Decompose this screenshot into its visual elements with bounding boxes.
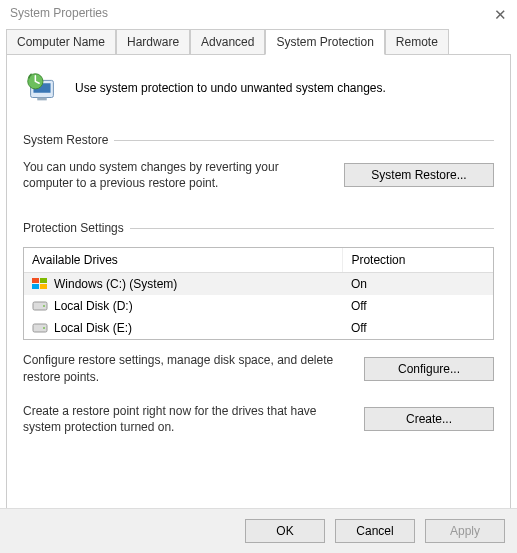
create-button[interactable]: Create... xyxy=(364,407,494,431)
divider xyxy=(114,140,494,141)
col-header-protection[interactable]: Protection xyxy=(343,248,493,273)
drive-protection: On xyxy=(343,273,493,296)
table-row[interactable]: Local Disk (D:) Off xyxy=(24,295,493,317)
configure-button[interactable]: Configure... xyxy=(364,357,494,381)
drives-table: Available Drives Protection Windows (C:)… xyxy=(23,247,494,340)
tab-strip: Computer Name Hardware Advanced System P… xyxy=(0,29,517,55)
create-desc: Create a restore point right now for the… xyxy=(23,403,352,435)
ok-button[interactable]: OK xyxy=(245,519,325,543)
svg-point-11 xyxy=(43,327,45,329)
window-title: System Properties xyxy=(10,6,108,24)
tab-computer-name[interactable]: Computer Name xyxy=(6,29,116,55)
system-protection-icon xyxy=(23,69,61,107)
svg-rect-7 xyxy=(40,284,47,289)
svg-rect-6 xyxy=(32,284,39,289)
drive-name: Local Disk (D:) xyxy=(54,299,133,313)
svg-point-9 xyxy=(43,305,45,307)
svg-rect-5 xyxy=(40,278,47,283)
system-restore-desc: You can undo system changes by reverting… xyxy=(23,159,332,191)
close-icon[interactable]: ✕ xyxy=(494,6,507,24)
dialog-footer: OK Cancel Apply xyxy=(0,508,517,553)
disk-drive-icon xyxy=(32,322,48,334)
tab-advanced[interactable]: Advanced xyxy=(190,29,265,55)
svg-rect-2 xyxy=(37,98,47,101)
tab-system-protection[interactable]: System Protection xyxy=(265,29,384,55)
drive-protection: Off xyxy=(343,295,493,317)
table-row[interactable]: Windows (C:) (System) On xyxy=(24,273,493,296)
tab-hardware[interactable]: Hardware xyxy=(116,29,190,55)
intro-text: Use system protection to undo unwanted s… xyxy=(75,81,386,95)
windows-drive-icon xyxy=(32,278,48,290)
table-row[interactable]: Local Disk (E:) Off xyxy=(24,317,493,339)
group-title-system-restore: System Restore xyxy=(23,133,108,147)
svg-rect-4 xyxy=(32,278,39,283)
divider xyxy=(130,228,494,229)
cancel-button[interactable]: Cancel xyxy=(335,519,415,543)
col-header-drives[interactable]: Available Drives xyxy=(24,248,343,273)
group-title-protection-settings: Protection Settings xyxy=(23,221,124,235)
configure-desc: Configure restore settings, manage disk … xyxy=(23,352,352,384)
disk-drive-icon xyxy=(32,300,48,312)
drive-name: Local Disk (E:) xyxy=(54,321,132,335)
system-restore-button[interactable]: System Restore... xyxy=(344,163,494,187)
drive-name: Windows (C:) (System) xyxy=(54,277,177,291)
tab-remote[interactable]: Remote xyxy=(385,29,449,55)
tab-panel: Use system protection to undo unwanted s… xyxy=(6,54,511,514)
drive-protection: Off xyxy=(343,317,493,339)
apply-button[interactable]: Apply xyxy=(425,519,505,543)
